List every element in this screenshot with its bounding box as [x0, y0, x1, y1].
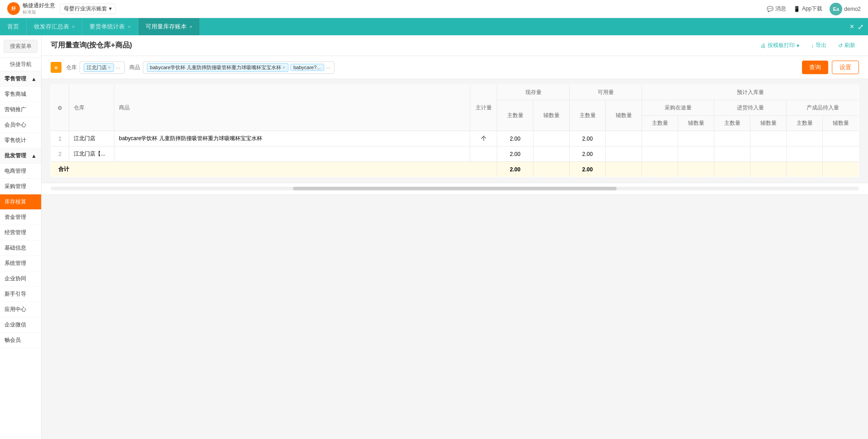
tab-stock-summary[interactable]: 收发存汇总表 ×	[27, 18, 82, 35]
warehouse-filter-dots[interactable]: ···	[116, 64, 121, 71]
product-tag-container[interactable]: babycare学饮杯 儿童防摔防撞吸管杯重力球吸嘴杯宝宝水杯 × babyca…	[143, 61, 335, 74]
sidebar-item-newbie[interactable]: 新手引导	[0, 287, 41, 302]
scrollbar-thumb[interactable]	[293, 187, 616, 190]
chevron-icon-2: ▲	[31, 153, 37, 159]
cell-production-main	[787, 146, 823, 162]
sidebar-item-wechat[interactable]: 企业微信	[0, 317, 41, 333]
page-header: 可用量查询(按仓库+商品) 🖨 按模板打印 ▾ ↓ 导出 ↺ 刷新	[42, 35, 868, 56]
th-available-aux: 辅数量	[606, 100, 642, 131]
total-production-aux	[823, 162, 859, 177]
sidebar-item-marketing[interactable]: 营销推广	[0, 102, 41, 118]
total-incoming-aux	[750, 162, 787, 177]
sidebar-item-ecommerce[interactable]: 电商管理	[0, 164, 41, 179]
chevron-icon: ▲	[31, 76, 37, 82]
top-bar-left: 好 畅捷通好生意 标准版 母婴行业演示账套 ▾	[7, 2, 116, 15]
sidebar-system-label: 系统管理	[5, 260, 26, 267]
sidebar-item-system[interactable]: 系统管理	[0, 256, 41, 271]
filter-bar: » 仓库 江北门店 × ··· 商品 babycare学饮杯 儿童防摔防撞吸管杯…	[42, 56, 868, 79]
setting-btn[interactable]: 设置	[832, 61, 859, 74]
chevron-down-icon: ▾	[109, 5, 112, 12]
logo-icon: 好	[7, 2, 20, 15]
refresh-btn[interactable]: ↺ 刷新	[835, 40, 859, 51]
sidebar-item-quick-nav[interactable]: 快捷导航	[0, 58, 41, 71]
message-icon: 💬	[767, 6, 774, 12]
user-action[interactable]: Ea demo2	[830, 3, 861, 15]
sidebar-item-membership[interactable]: 会员中心	[0, 118, 41, 133]
sidebar-item-retail-stats[interactable]: 零售统计	[0, 133, 41, 148]
horizontal-scrollbar[interactable]	[51, 187, 859, 190]
logo-text-area: 畅捷通好生意 标准版	[23, 2, 55, 15]
sidebar-wholesale-label: 批发管理	[5, 152, 26, 160]
refresh-icon: ↺	[838, 42, 843, 49]
inventory-table: ⚙ 仓库 商品 主计量 现存量	[51, 85, 859, 177]
close-tab-order-stats[interactable]: ×	[127, 24, 130, 29]
cell-available-aux	[606, 146, 642, 162]
sidebar-item-purchase[interactable]: 采购管理	[0, 179, 41, 194]
page-actions: 🖨 按模板打印 ▾ ↓ 导出 ↺ 刷新	[757, 40, 859, 51]
sidebar-item-wholesale[interactable]: 批发管理 ▲	[0, 148, 41, 164]
sidebar-item-basic-info[interactable]: 基础信息	[0, 241, 41, 256]
close-tab-available-stock[interactable]: ×	[189, 24, 192, 29]
product-filter-dots[interactable]: ···	[326, 64, 331, 71]
warehouse-tag-container[interactable]: 江北门店 × ···	[80, 61, 125, 74]
cell-num: 2	[51, 146, 69, 162]
th-stock-group: 现存量	[497, 85, 570, 100]
cell-warehouse: 江北门店	[69, 131, 114, 146]
sidebar-basic-info-label: 基础信息	[5, 244, 26, 252]
app-download-action[interactable]: 📱 App下载	[793, 5, 822, 13]
filter-toggle-btn[interactable]: »	[51, 62, 61, 73]
tab-order-stats[interactable]: 要货单统计表 ×	[82, 18, 138, 35]
main-layout: 搜索菜单 快捷导航 零售管理 ▲ 零售商城 营销推广 会员中心 零售统计 批发管…	[0, 35, 868, 439]
th-gear[interactable]: ⚙	[51, 85, 69, 131]
sidebar-ecommerce-label: 电商管理	[5, 167, 26, 175]
sidebar-item-operations[interactable]: 经营管理	[0, 225, 41, 241]
sidebar-search-btn[interactable]: 搜索菜单	[4, 40, 38, 53]
product-tag-1-text: babycare学饮杯 儿童防摔防撞吸管杯重力球吸嘴杯宝宝水杯	[150, 64, 281, 71]
cell-incoming-main	[714, 131, 750, 146]
print-btn[interactable]: 🖨 按模板打印 ▾	[757, 40, 803, 51]
th-purchase-main: 主数量	[642, 116, 678, 131]
cell-incoming-main	[714, 146, 750, 162]
avatar: Ea	[830, 3, 842, 15]
sidebar-item-retail-mgmt[interactable]: 零售管理 ▲	[0, 71, 41, 87]
close-tab-stock-summary[interactable]: ×	[72, 24, 75, 29]
cell-purchase-aux	[678, 131, 714, 146]
sidebar-item-finance[interactable]: 资金管理	[0, 210, 41, 225]
sidebar-membership-label: 会员中心	[5, 121, 26, 129]
total-production-main	[787, 162, 823, 177]
cell-stock-aux	[533, 131, 570, 146]
sidebar-retail-stats-label: 零售统计	[5, 137, 26, 144]
table-row: 1 江北门店 babycare学饮杯 儿童防摔防撞吸管杯重力球吸嘴杯宝宝水杯 个…	[51, 131, 859, 146]
logo-subtitle: 标准版	[23, 9, 55, 15]
refresh-label: 刷新	[844, 42, 855, 49]
sidebar-newbie-label: 新手引导	[5, 290, 26, 298]
th-warehouse: 仓库	[69, 85, 114, 131]
industry-selector[interactable]: 母婴行业演示账套 ▾	[60, 4, 116, 14]
th-main-unit: 主计量	[470, 85, 497, 131]
sidebar-item-inventory[interactable]: 库存核算	[0, 194, 41, 210]
table-footer	[42, 183, 868, 194]
th-incoming-group: 进货待入量	[714, 100, 787, 116]
total-incoming-main	[714, 162, 750, 177]
sidebar-item-app-center[interactable]: 应用中心	[0, 302, 41, 317]
product-tag-1-remove[interactable]: ×	[283, 65, 285, 70]
message-action[interactable]: 💬 消息	[767, 5, 786, 13]
top-bar-right: 💬 消息 📱 App下载 Ea demo2	[767, 3, 861, 15]
sidebar-item-retail-mall[interactable]: 零售商城	[0, 87, 41, 102]
tab-available-stock[interactable]: 可用量库存账本 ×	[138, 18, 200, 35]
sidebar-item-enterprise[interactable]: 企业协同	[0, 271, 41, 287]
query-btn[interactable]: 查询	[802, 61, 828, 74]
th-incoming-aux: 辅数量	[750, 116, 787, 131]
tab-home[interactable]: 首页	[0, 18, 27, 35]
total-available-aux	[606, 162, 642, 177]
sidebar-item-member[interactable]: 畅会员	[0, 333, 41, 348]
th-incoming-main: 主数量	[714, 116, 750, 131]
warehouse-tag-remove[interactable]: ×	[108, 65, 111, 70]
expand-btn[interactable]: ⤢	[858, 23, 863, 31]
export-btn[interactable]: ↓ 导出	[807, 40, 830, 51]
cell-stock-aux	[533, 146, 570, 162]
sidebar-retail-label: 零售管理	[5, 75, 26, 83]
close-all-tabs-btn[interactable]: ×	[850, 23, 854, 31]
cell-product: babycare学饮杯 儿童防摔防撞吸管杯重力球吸嘴杯宝宝水杯	[114, 131, 470, 146]
print-chevron: ▾	[797, 42, 799, 49]
